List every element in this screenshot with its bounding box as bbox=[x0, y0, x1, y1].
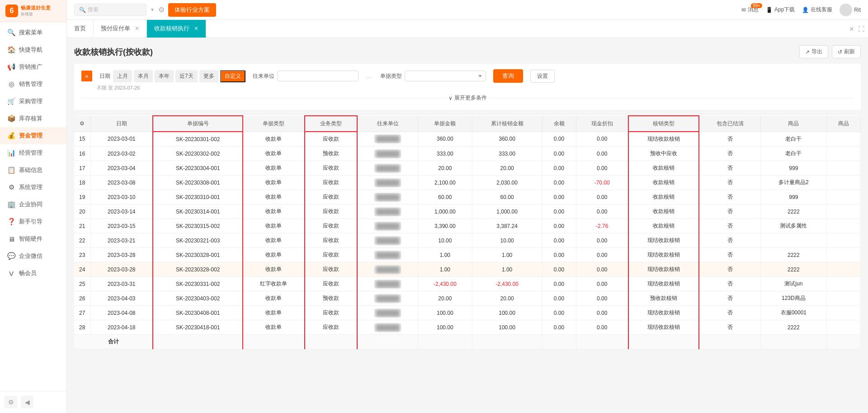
cell-goods2 bbox=[826, 204, 860, 219]
topbar: 🔍 搜索 ▼ ⚙ 体验行业方案 ✉ 消息 99+ 📱 App下载 👤 在线客服 bbox=[67, 0, 868, 20]
tab-close-all-icon[interactable]: ✕ bbox=[849, 25, 854, 33]
filter-settings-btn[interactable]: 设置 bbox=[530, 70, 555, 83]
sidebar-item-wechat[interactable]: 💬企业微信 bbox=[0, 247, 66, 265]
sidebar-item-company[interactable]: 🏢企业协同 bbox=[0, 196, 66, 213]
sidebar-item-purchase[interactable]: 🛒采购管理 bbox=[0, 93, 66, 110]
partner-value: ██████ bbox=[374, 309, 401, 317]
date-custom-btn[interactable]: 自定义 bbox=[220, 70, 245, 82]
sidebar-item-hardware[interactable]: 🖥智能硬件 bbox=[0, 230, 66, 247]
filter-collapse-btn[interactable]: » bbox=[81, 71, 92, 81]
voucher-no-link[interactable]: SK-20230403-002 bbox=[176, 295, 220, 302]
voucher-no-link[interactable]: SK-20230321-003 bbox=[176, 237, 220, 244]
voucher-no-link[interactable]: SK-20230328-001 bbox=[176, 252, 220, 258]
voucher-no-link[interactable]: SK-20230302-002 bbox=[176, 151, 220, 157]
sidebar-label-sales: 销售管理 bbox=[19, 80, 42, 88]
date-btn-more[interactable]: 更多 bbox=[199, 70, 218, 82]
filter-date-item: 日期 上月 本月 本年 近7天 更多 自定义 bbox=[99, 70, 245, 82]
sidebar-item-nav[interactable]: 🏠快捷导航 bbox=[0, 41, 66, 58]
partner-input[interactable] bbox=[277, 71, 359, 81]
user-avatar[interactable]: Rit bbox=[840, 4, 861, 16]
voucher-no-link[interactable]: SK-20230301-002 bbox=[176, 136, 220, 142]
sidebar-collapse-btn[interactable]: ◀ bbox=[21, 396, 33, 408]
date-btn-7days[interactable]: 近7天 bbox=[175, 70, 198, 82]
cell-date: 2023-03-21 bbox=[90, 233, 153, 248]
date-btn-last-month[interactable]: 上月 bbox=[113, 70, 132, 82]
cell-partner: ██████ bbox=[357, 306, 418, 320]
solution-btn[interactable]: 体验行业方案 bbox=[168, 3, 216, 17]
voucher-no-link[interactable]: SK-20230304-001 bbox=[176, 165, 220, 171]
voucher-no-link[interactable]: SK-20230328-002 bbox=[176, 266, 220, 273]
cell-goods2 bbox=[826, 147, 860, 161]
cell-verified-amount: -2,430.00 bbox=[472, 277, 542, 291]
voucher-no-link[interactable]: SK-20230331-002 bbox=[176, 281, 220, 287]
cell-goods2 bbox=[826, 132, 860, 147]
cell-cash-discount: -2.76 bbox=[576, 219, 628, 233]
app-download-btn[interactable]: 📱 App下载 bbox=[766, 6, 795, 14]
cell-biz-type: 应收款 bbox=[305, 190, 358, 204]
cell-partner: ██████ bbox=[357, 262, 418, 277]
cell-include-settled: 否 bbox=[699, 291, 760, 306]
app-download-label: App下载 bbox=[774, 6, 795, 14]
dropdown-arrow-icon[interactable]: ▼ bbox=[150, 7, 155, 12]
avatar bbox=[840, 4, 852, 16]
cell-include-settled: 否 bbox=[699, 176, 760, 190]
sidebar-settings-btn[interactable]: ⚙ bbox=[5, 396, 17, 408]
voucher-no-link[interactable]: SK-20230315-002 bbox=[176, 223, 220, 229]
cell-voucher-type: 收款单 bbox=[243, 233, 305, 248]
sidebar-item-operation[interactable]: 📊经营管理 bbox=[0, 144, 66, 161]
sidebar-item-member[interactable]: V畅会员 bbox=[0, 265, 66, 282]
topbar-gear-icon[interactable]: ⚙ bbox=[158, 5, 165, 14]
query-btn[interactable]: 查询 bbox=[493, 69, 523, 83]
cell-cash-discount: 0.00 bbox=[576, 204, 628, 219]
sidebar-item-basic[interactable]: 📋基础信息 bbox=[0, 161, 66, 179]
search-icon: 🔍 bbox=[79, 7, 86, 13]
tab-prepay[interactable]: 预付应付单 ✕ bbox=[94, 20, 147, 38]
expand-label: 展开更多条件 bbox=[454, 94, 487, 102]
sidebar: 6 畅康道好生意 标推版 🔍搜索菜单🏠快捷导航📢营销推广◎销售管理🛒采购管理📦库… bbox=[0, 0, 67, 413]
sidebar-item-guide[interactable]: ❓新手引导 bbox=[0, 213, 66, 230]
sidebar-item-search[interactable]: 🔍搜索菜单 bbox=[0, 24, 66, 41]
cell-amount: 20.00 bbox=[418, 291, 472, 306]
voucher-type-select[interactable] bbox=[405, 71, 486, 81]
message-btn[interactable]: ✉ 消息 99+ bbox=[741, 6, 759, 14]
voucher-no-link[interactable]: SK-20230314-001 bbox=[176, 209, 220, 215]
refresh-btn[interactable]: ↺ 刷新 bbox=[832, 45, 861, 58]
cell-write-off-type: 收款核销 bbox=[628, 161, 699, 176]
cell-goods2 bbox=[826, 291, 860, 306]
date-btn-this-year[interactable]: 本年 bbox=[155, 70, 174, 82]
topbar-search[interactable]: 🔍 搜索 bbox=[74, 4, 146, 16]
sidebar-icon-sales: ◎ bbox=[7, 80, 15, 88]
cell-include-settled: 否 bbox=[699, 248, 760, 262]
tab-collection-close-icon[interactable]: ✕ bbox=[194, 25, 198, 32]
tab-home[interactable]: 首页 bbox=[67, 20, 94, 38]
sidebar-item-system[interactable]: ⚙系统管理 bbox=[0, 179, 66, 196]
sidebar-item-sales[interactable]: ◎销售管理 bbox=[0, 76, 66, 93]
expand-more-bar[interactable]: ∨ 展开更多条件 bbox=[81, 91, 854, 104]
cell-goods: 123D商品 bbox=[760, 291, 826, 306]
sidebar-label-nav: 快捷导航 bbox=[19, 46, 42, 54]
online-service-btn[interactable]: 👤 在线客服 bbox=[802, 6, 832, 14]
table-settings-icon[interactable]: ⚙ bbox=[80, 120, 85, 127]
cell-include-settled: 否 bbox=[699, 233, 760, 248]
export-btn[interactable]: ↗ 导出 bbox=[799, 45, 828, 58]
cell-balance: 0.00 bbox=[542, 233, 576, 248]
tab-maximize-icon[interactable]: ⛶ bbox=[858, 25, 864, 33]
cell-goods2 bbox=[826, 306, 860, 320]
voucher-no-link[interactable]: SK-20230418-001 bbox=[176, 324, 220, 331]
sidebar-item-capital[interactable]: 💰资金管理 bbox=[0, 127, 66, 144]
tab-collection[interactable]: 收款核销执行 ✕ bbox=[147, 20, 206, 38]
cell-goods: 老白干 bbox=[760, 147, 826, 161]
tab-prepay-close-icon[interactable]: ✕ bbox=[135, 25, 139, 32]
cell-include-settled: 否 bbox=[699, 306, 760, 320]
col-settings-header[interactable]: ⚙ bbox=[74, 116, 90, 132]
sidebar-item-marketing[interactable]: 📢营销推广 bbox=[0, 58, 66, 76]
cell-goods2 bbox=[826, 320, 860, 335]
cell-amount: 3,390.00 bbox=[418, 219, 472, 233]
voucher-no-link[interactable]: SK-20230408-001 bbox=[176, 310, 220, 316]
voucher-no-link[interactable]: SK-20230308-001 bbox=[176, 180, 220, 186]
voucher-no-link[interactable]: SK-20230310-001 bbox=[176, 194, 220, 200]
date-btn-this-month[interactable]: 本月 bbox=[134, 70, 153, 82]
cell-goods: 999 bbox=[760, 190, 826, 204]
topbar-right: ✉ 消息 99+ 📱 App下载 👤 在线客服 Rit bbox=[741, 4, 861, 16]
sidebar-item-inventory[interactable]: 📦库存核算 bbox=[0, 110, 66, 127]
